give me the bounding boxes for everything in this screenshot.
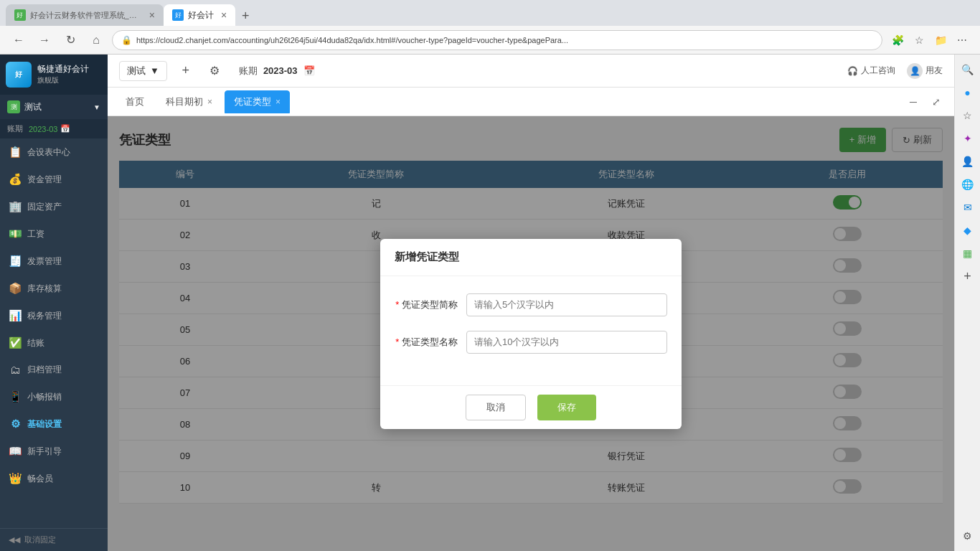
right-panel-purple-icon[interactable]: ✦ bbox=[958, 129, 977, 148]
right-panel-blue-icon[interactable]: ● bbox=[958, 83, 977, 102]
main-content: 凭证类型 + 新增 ↻ 刷新 编号 凭证类型简称 凭证类型名称 是否启用 bbox=[108, 116, 954, 551]
sidebar-item-settle[interactable]: ✅ 结账 bbox=[0, 329, 108, 357]
right-panel-user-icon[interactable]: 👤 bbox=[958, 152, 977, 171]
user-label: 用友 bbox=[925, 65, 943, 77]
settings-button[interactable]: ⋯ bbox=[953, 31, 971, 50]
sidebar-item-expense[interactable]: 📱 小畅报销 bbox=[0, 383, 108, 410]
tab-minimize-button[interactable]: ─ bbox=[904, 93, 923, 111]
sidebar-item-label: 固定资产 bbox=[27, 201, 62, 213]
right-panel-list-icon[interactable]: ▦ bbox=[958, 244, 977, 263]
consult-button[interactable]: 🎧 人工咨询 bbox=[847, 65, 895, 77]
workspace-selector[interactable]: 测 测试 ▼ bbox=[0, 95, 108, 119]
invoice-icon: 🧾 bbox=[9, 255, 22, 268]
tab1-close[interactable]: × bbox=[149, 9, 155, 21]
right-panel-diamond-icon[interactable]: ◆ bbox=[958, 221, 977, 240]
salary-icon: 💵 bbox=[9, 227, 22, 240]
cancel-pin-label: 取消固定 bbox=[24, 534, 56, 545]
cancel-pin-button[interactable]: ◀◀ 取消固定 bbox=[0, 528, 108, 551]
add-workspace-button[interactable]: + bbox=[176, 61, 196, 81]
tab-home[interactable]: 首页 bbox=[116, 90, 154, 113]
home-button[interactable]: ⌂ bbox=[86, 30, 106, 50]
tab1-favicon: 好 bbox=[14, 9, 26, 21]
settle-icon: ✅ bbox=[9, 336, 22, 349]
workspace-icon: 测 bbox=[7, 100, 20, 113]
short-required-icon: * bbox=[395, 299, 402, 310]
sidebar-item-label: 小畅报销 bbox=[27, 391, 62, 403]
calendar-icon[interactable]: 📅 bbox=[303, 65, 315, 76]
sidebar-item-finance[interactable]: 💰 资金管理 bbox=[0, 166, 108, 193]
collections-button[interactable]: 📁 bbox=[931, 31, 950, 50]
top-workspace-selector[interactable]: 测试 ▼ bbox=[119, 61, 167, 81]
tab2-close[interactable]: × bbox=[221, 9, 227, 21]
sidebar-item-invoice[interactable]: 🧾 发票管理 bbox=[0, 248, 108, 275]
period-text-value: 2023-03 bbox=[263, 65, 298, 76]
save-button[interactable]: 保存 bbox=[537, 395, 596, 420]
top-toolbar: 测试 ▼ + ⚙ 账期 2023-03 📅 🎧 人工咨询 👤 bbox=[108, 55, 954, 88]
modal-title: 新增凭证类型 bbox=[380, 239, 682, 276]
tab2-title: 好会计 bbox=[188, 9, 214, 22]
sidebar-item-label: 资金管理 bbox=[27, 174, 62, 186]
new-tab-button[interactable]: + bbox=[235, 6, 255, 26]
short-name-label: * * 凭证类型简称凭证类型简称 bbox=[395, 298, 466, 311]
add-voucher-modal: 新增凭证类型 * * 凭证类型简称凭证类型简称 * 凭证类型名称 bbox=[380, 239, 682, 429]
forward-button[interactable]: → bbox=[34, 30, 55, 50]
extensions-button[interactable]: 🧩 bbox=[888, 31, 907, 50]
full-name-input[interactable] bbox=[466, 331, 667, 354]
sidebar-item-assets[interactable]: 🏢 固定资产 bbox=[0, 193, 108, 220]
tab-voucher-type[interactable]: 凭证类型 × bbox=[225, 90, 290, 113]
ssl-lock-icon: 🔒 bbox=[121, 35, 132, 45]
sidebar-header: 好 畅捷通好会计 旗舰版 bbox=[0, 55, 108, 95]
member-icon: 👑 bbox=[9, 472, 22, 485]
user-avatar: 👤 bbox=[907, 63, 923, 79]
right-panel-globe-icon[interactable]: 🌐 bbox=[958, 175, 977, 194]
right-panel-search-icon[interactable]: 🔍 bbox=[958, 60, 977, 79]
app-header: 测试 ▼ + ⚙ 账期 2023-03 📅 🎧 人工咨询 👤 bbox=[108, 55, 954, 116]
address-bar[interactable]: 🔒 https://cloud2.chanjet.com/accounting/… bbox=[112, 30, 882, 50]
app-name: 畅捷通好会计 bbox=[37, 64, 89, 75]
cancel-button[interactable]: 取消 bbox=[466, 395, 526, 420]
right-panel-star-icon[interactable]: ☆ bbox=[958, 106, 977, 125]
sidebar-item-member[interactable]: 👑 畅会员 bbox=[0, 465, 108, 492]
full-name-row: * 凭证类型名称 bbox=[395, 331, 667, 354]
right-panel-settings-icon[interactable]: ⚙ bbox=[958, 527, 977, 545]
right-panel-mail-icon[interactable]: ✉ bbox=[958, 198, 977, 217]
sidebar-navigation: 📋 会设表中心 💰 资金管理 🏢 固定资产 💵 工资 🧾 发票管理 📦 bbox=[0, 138, 108, 528]
back-button[interactable]: ← bbox=[9, 30, 29, 50]
address-text: https://cloud2.chanjet.com/accounting/uh… bbox=[136, 36, 568, 44]
user-button[interactable]: 👤 用友 bbox=[907, 63, 943, 79]
sidebar-item-guide[interactable]: 📖 新手引导 bbox=[0, 438, 108, 465]
period-section: 账期 2023-03 📅 bbox=[239, 65, 315, 77]
browser-tab-1[interactable]: 好 好会计云财务软件管理系统_会计 × bbox=[6, 4, 164, 26]
workspace-name: 测试 bbox=[24, 101, 42, 113]
headphone-icon: 🎧 bbox=[847, 66, 858, 76]
sidebar-item-label: 归档管理 bbox=[27, 364, 62, 376]
favorites-button[interactable]: ☆ bbox=[910, 31, 928, 50]
workspace-settings-button[interactable]: ⚙ bbox=[204, 61, 225, 81]
period-display: 账期 2023-03 📅 bbox=[0, 119, 108, 138]
right-panel: 🔍 ● ☆ ✦ 👤 🌐 ✉ ◆ ▦ + ⚙ bbox=[954, 55, 980, 551]
right-panel-add-icon[interactable]: + bbox=[958, 267, 977, 286]
workspace-arrow-icon: ▼ bbox=[93, 103, 100, 111]
tab-subject[interactable]: 科目期初 × bbox=[156, 90, 222, 113]
sidebar-item-tax[interactable]: 📊 税务管理 bbox=[0, 302, 108, 329]
sidebar-item-basic[interactable]: ⚙ 基础设置 bbox=[0, 410, 108, 438]
sidebar-item-settings[interactable]: 📋 会设表中心 bbox=[0, 138, 108, 166]
short-name-input[interactable] bbox=[466, 293, 667, 316]
app-edition: 旗舰版 bbox=[37, 75, 89, 85]
tab-voucher-label: 凭证类型 bbox=[234, 95, 271, 108]
sidebar-item-salary[interactable]: 💵 工资 bbox=[0, 220, 108, 248]
full-name-label: * 凭证类型名称 bbox=[395, 336, 466, 349]
tab-voucher-close-icon[interactable]: × bbox=[275, 97, 281, 107]
sidebar-item-archive[interactable]: 🗂 归档管理 bbox=[0, 357, 108, 383]
sidebar-item-inventory[interactable]: 📦 库存核算 bbox=[0, 275, 108, 302]
tax-icon: 📊 bbox=[9, 309, 22, 322]
sidebar-item-label: 结账 bbox=[27, 337, 44, 349]
tab-subject-close-icon[interactable]: × bbox=[207, 97, 212, 107]
browser-tab-2[interactable]: 好 好会计 × bbox=[164, 4, 235, 26]
name-required-icon: * bbox=[395, 336, 402, 347]
tab1-title: 好会计云财务软件管理系统_会计 bbox=[30, 10, 142, 21]
sidebar-item-label: 工资 bbox=[27, 228, 44, 240]
sidebar: 好 畅捷通好会计 旗舰版 测 测试 ▼ 账期 2023-03 📅 📋 会设表中心… bbox=[0, 55, 108, 551]
reload-button[interactable]: ↻ bbox=[60, 30, 80, 50]
tab-maximize-button[interactable]: ⤢ bbox=[927, 93, 946, 111]
